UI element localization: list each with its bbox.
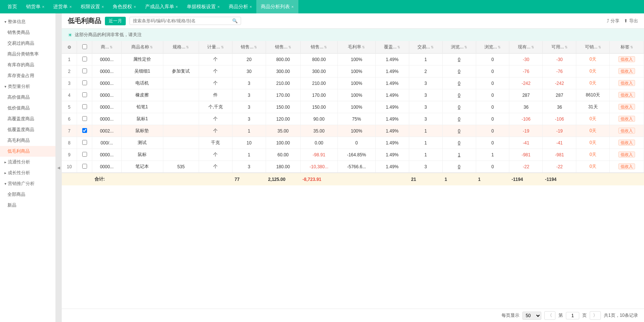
prev-page-btn[interactable]: 〈 [544,311,555,320]
sort-icon[interactable]: ⇅ [498,45,501,49]
sort-icon[interactable]: ⇅ [254,45,257,49]
row-checkbox[interactable] [82,152,87,157]
view1[interactable]: 0 [458,93,461,98]
nav-item-权限设置[interactable]: 权限设置× [76,0,108,13]
search-icon[interactable]: 🔍 [232,18,238,23]
sidebar-item-交易过的商品[interactable]: 交易过的商品 [0,38,55,49]
sort-icon[interactable]: ⇅ [324,45,327,49]
row-checkbox[interactable] [82,68,87,73]
sidebar-item-新品[interactable]: 新品 [0,200,55,211]
row-checkbox[interactable] [82,92,87,97]
nav-item-角色授权[interactable]: 角色授权× [108,0,140,13]
nav-close-icon[interactable]: × [176,4,178,9]
sidebar-group-营销推广分析[interactable]: ▾营销推广分析 [0,178,55,189]
sidebar-group-流通性分析[interactable]: ▸流通性分析 [0,157,55,168]
sidebar-item-商品分类销售率[interactable]: 商品分类销售率 [0,49,55,60]
sort-icon[interactable]: ⇅ [186,45,189,49]
sidebar-item-有库存的商品[interactable]: 有库存的商品 [0,60,55,70]
view1[interactable]: 0 [458,128,461,134]
period-filter-btn[interactable]: 近一月 [105,17,126,25]
nav-item-商品分析列表[interactable]: 商品分析列表× [256,0,298,13]
sidebar-item-低毛利商品[interactable]: 低毛利商品 [0,146,55,157]
nav-close-icon[interactable]: × [69,4,71,9]
nav-close-icon[interactable]: × [291,4,294,9]
next-page-btn[interactable]: 〉 [590,311,601,320]
col-header-unit[interactable]: 计量...⇅ [199,41,233,54]
sidebar-item-高毛利商品[interactable]: 高毛利商品 [0,135,55,146]
nav-item-单据模板设置[interactable]: 单据模板设置× [182,0,224,13]
nav-item-产成品入库单[interactable]: 产成品入库单× [141,0,182,13]
row-checkbox[interactable] [82,104,87,109]
select-all-checkbox[interactable] [82,44,87,49]
view1[interactable]: 0 [458,140,461,146]
col-header-sales_price[interactable]: 销售...⇅ [266,41,300,54]
view1[interactable]: 0 [458,117,461,122]
row-checkbox[interactable] [82,80,87,85]
sort-icon[interactable]: ⇅ [110,45,113,49]
sidebar-group-成长性分析[interactable]: ▸成长性分析 [0,168,55,178]
sort-icon[interactable]: ⇅ [598,45,601,49]
sort-icon[interactable]: ⇅ [431,45,434,49]
view1[interactable]: 0 [458,57,461,62]
sidebar-item-库存资金占用[interactable]: 库存资金占用 [0,70,55,81]
view1[interactable]: 0 [458,69,461,74]
view1[interactable]: 0 [458,81,461,86]
sort-icon[interactable]: ⇅ [464,45,467,49]
col-header-view2[interactable]: 浏览...⇅ [476,41,509,54]
share-btn[interactable]: ⤴ 分享 [607,18,619,24]
nav-item-首页[interactable]: 首页 [3,0,22,13]
sidebar-item-低价值商品[interactable]: 低价值商品 [0,103,55,114]
view1[interactable]: 1 [458,152,461,157]
sort-icon[interactable]: ⇅ [221,45,224,49]
nav-item-销货单[interactable]: 销货单× [22,0,49,13]
sidebar-item-低覆盖度商品[interactable]: 低覆盖度商品 [0,124,55,135]
page-number-input[interactable] [566,312,579,319]
nav-close-icon[interactable]: × [102,4,104,9]
sidebar-item-销售类商品[interactable]: 销售类商品 [0,27,55,38]
col-header-current[interactable]: 现有...⇅ [509,41,543,54]
sort-icon[interactable]: ⇅ [397,45,400,49]
row-checkbox[interactable] [82,57,87,61]
sort-icon[interactable]: ⇅ [150,45,153,49]
page-size-select[interactable]: 50 100 200 [522,312,541,320]
export-btn[interactable]: ⬆ 导出 [624,18,638,24]
col-header-sales_qty[interactable]: 销售...⇅ [232,41,266,54]
row-checkbox[interactable] [82,116,87,121]
row-checkbox[interactable] [82,140,87,145]
sort-icon[interactable]: ⇅ [362,45,365,49]
sidebar-item-高价值商品[interactable]: 高价值商品 [0,92,55,103]
sidebar-item-高覆盖度商品[interactable]: 高覆盖度商品 [0,114,55,124]
col-header-coverage[interactable]: 覆盖...⇅ [375,41,409,54]
sort-icon[interactable]: ⇅ [288,45,291,49]
settings-icon[interactable]: ⚙ [67,45,71,50]
sidebar-group-类型量分析[interactable]: ▾类型量分析 [0,81,55,92]
col-header-available[interactable]: 可用...⇅ [543,41,576,54]
nav-close-icon[interactable]: × [250,4,252,9]
nav-close-icon[interactable]: × [217,4,220,9]
cell-current: -22 [509,161,543,173]
nav-close-icon[interactable]: × [134,4,136,9]
col-header-code[interactable]: 商...⇅ [92,41,121,54]
nav-item-进货单[interactable]: 进货单× [49,0,76,13]
nav-item-商品分析[interactable]: 商品分析× [224,0,256,13]
col-header-tag[interactable]: 标签⇅ [610,41,644,54]
col-header-gross_margin[interactable]: 毛利率⇅ [338,41,376,54]
view1[interactable]: 0 [458,105,461,110]
col-header-spec[interactable]: 规格...⇅ [163,41,199,54]
sort-icon[interactable]: ⇅ [565,45,568,49]
col-header-trade_count[interactable]: 交易...⇅ [409,41,442,54]
nav-close-icon[interactable]: × [42,4,44,9]
sort-icon[interactable]: ⇅ [630,45,633,49]
sidebar-collapse-btn[interactable]: ◀ [56,13,62,322]
col-header-view1[interactable]: 浏览...⇅ [442,41,476,54]
row-checkbox[interactable] [82,164,87,169]
col-header-sales_amount[interactable]: 销售...⇅ [300,41,338,54]
col-header-name[interactable]: 商品名称⇅ [121,41,163,54]
col-header-saleable[interactable]: 可销...⇅ [576,41,610,54]
row-checkbox[interactable] [82,128,87,133]
sidebar-item-全部商品[interactable]: 全部商品 [0,189,55,200]
view1[interactable]: 0 [458,164,461,169]
search-input[interactable] [133,18,230,23]
sidebar-group-整体信息[interactable]: ▾整体信息 [0,16,55,27]
sort-icon[interactable]: ⇅ [531,45,534,49]
